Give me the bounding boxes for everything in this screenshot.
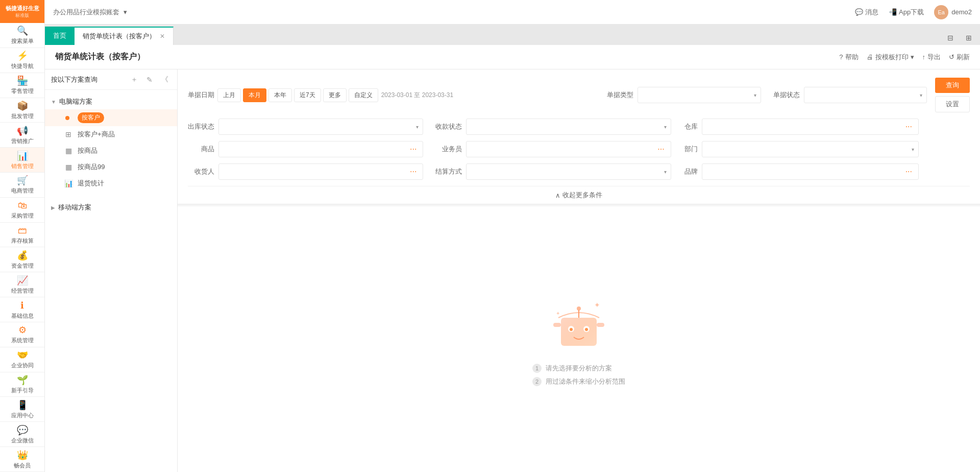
settlement-select[interactable]: ▾ bbox=[466, 163, 671, 180]
sidebar-item-label-wechat: 企业微信 bbox=[11, 437, 34, 444]
collapse-bar[interactable]: ∧ 收起更多条件 bbox=[188, 186, 970, 204]
return-stat-icon: 📊 bbox=[63, 178, 74, 188]
export-btn[interactable]: ↑ 导出 bbox=[922, 53, 941, 62]
desktop-schemes-header[interactable]: ▼ 电脑端方案 bbox=[45, 94, 177, 109]
date-btn-this-year[interactable]: 本年 bbox=[268, 88, 292, 102]
sidebar-item-quicknav[interactable]: ⚡ 快捷导航 bbox=[0, 48, 44, 73]
filter-salesperson: 业务员 ··· bbox=[435, 141, 671, 157]
tab-sales-stat-label: 销货单统计表（按客户） bbox=[83, 32, 156, 41]
out-status-select[interactable]: ▾ bbox=[218, 119, 423, 135]
settings-btn[interactable]: 设置 bbox=[935, 96, 970, 112]
logo-sub: 标准版 bbox=[15, 12, 29, 19]
tree-item-by-customer[interactable]: 按客户 bbox=[45, 109, 177, 126]
warehouse-dots[interactable]: ··· bbox=[903, 122, 914, 131]
marketing-icon: 📢 bbox=[17, 125, 28, 136]
salesperson-input[interactable]: ··· bbox=[466, 141, 671, 157]
doc-status-select[interactable]: ▾ bbox=[804, 87, 927, 103]
tab-minimize-btn[interactable]: ⊟ bbox=[943, 31, 958, 45]
message-label: 消息 bbox=[865, 8, 878, 17]
sidebar-item-newbie[interactable]: 🌱 新手引导 bbox=[0, 372, 44, 397]
sidebar-item-member[interactable]: 👑 畅会员 bbox=[0, 447, 44, 472]
empty-hint-1-text: 请先选择要分析的方案 bbox=[546, 364, 612, 373]
sidebar-item-wechat[interactable]: 💬 企业微信 bbox=[0, 422, 44, 447]
out-status-label: 出库状态 bbox=[188, 122, 214, 131]
refresh-btn[interactable]: ↺ 刷新 bbox=[949, 53, 970, 62]
sidebar-item-label-basic: 基础信息 bbox=[11, 312, 34, 320]
sidebar-item-ecommerce[interactable]: 🛒 电商管理 bbox=[0, 173, 44, 198]
collect-status-select[interactable]: ▾ bbox=[466, 119, 671, 135]
filter-brand: 品牌 ··· bbox=[683, 163, 919, 180]
user-avatar: Ea bbox=[934, 5, 948, 19]
empty-hint-1: 1 请先选择要分析的方案 bbox=[532, 364, 625, 373]
sidebar-item-appcenter[interactable]: 📱 应用中心 bbox=[0, 397, 44, 422]
sidebar-item-finance[interactable]: 💰 资金管理 bbox=[0, 247, 44, 272]
template-print-icon: 🖨 bbox=[867, 53, 873, 61]
sidebar-item-system[interactable]: ⚙ 系统管理 bbox=[0, 322, 44, 347]
date-btn-last-7[interactable]: 近7天 bbox=[294, 88, 321, 102]
svg-rect-0 bbox=[561, 318, 597, 346]
date-range: 2023-03-01 至 2023-03-31 bbox=[381, 91, 453, 100]
tabbar-actions: ⊟ ⊞ bbox=[943, 31, 980, 45]
help-btn[interactable]: ? 帮助 bbox=[839, 53, 858, 62]
date-btn-last-month[interactable]: 上月 bbox=[217, 88, 241, 102]
tab-home[interactable]: 首页 bbox=[45, 27, 75, 45]
ecommerce-icon: 🛒 bbox=[17, 175, 28, 186]
warehouse-input[interactable]: ··· bbox=[702, 119, 919, 135]
recipient-dots[interactable]: ··· bbox=[408, 167, 419, 176]
sidebar-item-purchase[interactable]: 🛍 采购管理 bbox=[0, 198, 44, 223]
left-panel-title: 按以下方案查询 bbox=[51, 75, 124, 84]
department-select[interactable]: ▾ bbox=[702, 141, 919, 157]
sidebar-item-inventory[interactable]: 🗃 库存核算 bbox=[0, 223, 44, 248]
date-btn-custom[interactable]: 自定义 bbox=[349, 88, 378, 102]
tab-maximize-btn[interactable]: ⊞ bbox=[962, 31, 976, 45]
product-dots[interactable]: ··· bbox=[408, 145, 419, 154]
appcenter-icon: 📱 bbox=[17, 399, 28, 411]
collapse-label: 收起更多条件 bbox=[562, 191, 602, 200]
brand-dots[interactable]: ··· bbox=[903, 167, 914, 176]
doc-type-select[interactable]: ▾ bbox=[638, 87, 761, 103]
sidebar-item-operations[interactable]: 📈 经营管理 bbox=[0, 272, 44, 297]
hint-num-1: 1 bbox=[532, 364, 542, 373]
mobile-schemes-header[interactable]: ▶ 移动端方案 bbox=[45, 200, 177, 215]
edit-scheme-btn[interactable]: ✎ bbox=[143, 74, 156, 86]
add-scheme-btn[interactable]: ＋ bbox=[128, 74, 140, 86]
sidebar-item-retail[interactable]: 🏪 零售管理 bbox=[0, 73, 44, 98]
sidebar-item-basic[interactable]: ℹ 基础信息 bbox=[0, 297, 44, 322]
collapse-panel-btn[interactable]: 《 bbox=[159, 74, 171, 86]
template-print-btn[interactable]: 🖨 按模板打印 ▾ bbox=[867, 53, 914, 62]
tree-item-by-product-99[interactable]: ▦ 按商品99 bbox=[45, 159, 177, 175]
sidebar-item-label-search: 搜索菜单 bbox=[11, 37, 34, 45]
sidebar-item-enterprise[interactable]: 🤝 企业协同 bbox=[0, 347, 44, 372]
date-btn-this-month[interactable]: 本月 bbox=[243, 88, 266, 102]
sidebar-item-label-operations: 经营管理 bbox=[11, 287, 34, 295]
sidebar-item-search[interactable]: 🔍 搜索菜单 bbox=[0, 23, 44, 48]
filter-row-2: 出库状态 ▾ 收款状态 ▾ bbox=[188, 119, 970, 135]
doc-type-label: 单据类型 bbox=[607, 90, 633, 100]
svg-point-4 bbox=[585, 328, 588, 331]
sidebar-item-sales[interactable]: 📊 销售管理 bbox=[0, 148, 44, 173]
brand-input[interactable]: ··· bbox=[702, 163, 919, 180]
tree-item-customer-product[interactable]: ⊞ 按客户+商品 bbox=[45, 126, 177, 143]
date-btn-more[interactable]: 更多 bbox=[323, 88, 347, 102]
salesperson-dots[interactable]: ··· bbox=[655, 145, 666, 154]
help-label: 帮助 bbox=[845, 53, 859, 62]
app-download-btn[interactable]: 📲 App下载 bbox=[889, 8, 924, 17]
tree-item-by-product[interactable]: ▦ 按商品 bbox=[45, 143, 177, 159]
topbar-dropdown[interactable]: ▾ bbox=[124, 8, 127, 16]
user-area[interactable]: Ea demo2 bbox=[934, 5, 972, 19]
wholesale-icon: 📦 bbox=[17, 100, 28, 111]
sidebar-item-marketing[interactable]: 📢 营销推广 bbox=[0, 123, 44, 148]
help-icon: ? bbox=[839, 53, 843, 61]
sidebar-item-wholesale[interactable]: 📦 批发管理 bbox=[0, 98, 44, 123]
message-btn[interactable]: 💬 消息 bbox=[855, 8, 878, 17]
sidebar-item-label-purchase: 采购管理 bbox=[11, 212, 34, 220]
tab-sales-stat[interactable]: 销货单统计表（按客户） ✕ bbox=[75, 27, 174, 45]
tree-item-return-stat[interactable]: 📊 退货统计 bbox=[45, 175, 177, 192]
query-btn[interactable]: 查询 bbox=[935, 78, 970, 93]
product-input[interactable]: ··· bbox=[218, 141, 423, 157]
mobile-expand-icon: ▶ bbox=[51, 205, 55, 210]
mobile-schemes-label: 移动端方案 bbox=[58, 203, 91, 212]
recipient-input[interactable]: ··· bbox=[218, 163, 423, 180]
doc-status-label: 单据状态 bbox=[773, 90, 800, 100]
tab-close-btn[interactable]: ✕ bbox=[160, 33, 165, 40]
